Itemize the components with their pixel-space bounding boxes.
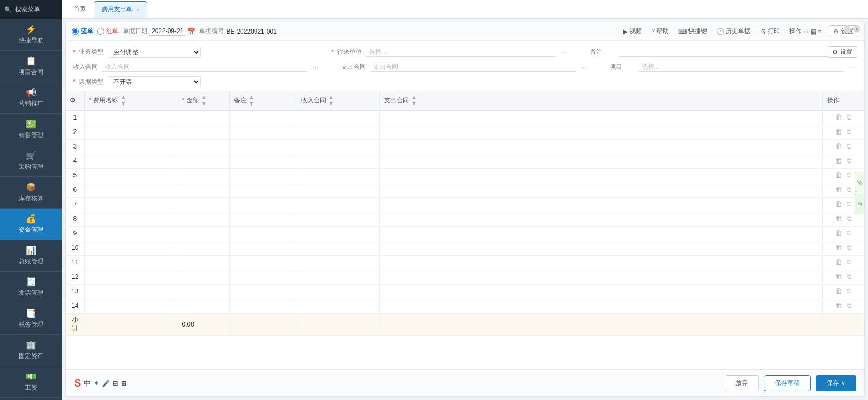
sidebar-item-purchase[interactable]: 🛒采购管理	[0, 145, 62, 177]
delete-row-button[interactable]: 🗑	[834, 200, 844, 209]
cell-amount[interactable]	[178, 168, 229, 183]
copy-row-button[interactable]: ⧉	[845, 229, 853, 238]
cell-amount[interactable]	[178, 110, 229, 125]
cell-amount[interactable]	[178, 212, 229, 226]
cell-remark[interactable]	[229, 197, 297, 212]
sidebar-search[interactable]: 🔍 搜索菜单	[0, 0, 62, 19]
sidebar-item-inventory[interactable]: 📦库存核算	[0, 177, 62, 209]
history-button[interactable]: 🕐 历史单据	[714, 26, 753, 37]
cell-remark[interactable]	[229, 270, 297, 284]
tab-expense-form[interactable]: 费用支出单 ×	[94, 1, 147, 18]
sidebar-item-accounting[interactable]: 📊总账管理	[0, 240, 62, 272]
cell-income-contract[interactable]	[297, 212, 379, 226]
cell-remark[interactable]	[229, 110, 297, 125]
sidebar-item-invoice[interactable]: 🧾发票管理	[0, 272, 62, 303]
cell-name[interactable]	[84, 168, 178, 183]
copy-row-button[interactable]: ⧉	[845, 214, 853, 224]
income-contract-dots[interactable]: ···	[311, 63, 321, 71]
cell-expense-contract[interactable]	[379, 183, 823, 197]
copy-row-button[interactable]: ⧉	[845, 243, 853, 253]
cell-income-contract[interactable]	[297, 183, 379, 197]
tab-close-icon[interactable]: ×	[137, 7, 140, 13]
cell-name[interactable]	[84, 212, 178, 226]
sort-arrows-name[interactable]: ▲▼	[120, 94, 126, 107]
cell-income-contract[interactable]	[297, 154, 379, 168]
cell-income-contract[interactable]	[297, 241, 379, 255]
sidebar-item-management[interactable]: 📈经营管理	[0, 398, 62, 400]
cell-income-contract[interactable]	[297, 197, 379, 212]
th-gear[interactable]: ⚙	[66, 91, 84, 110]
sort-arrows-expense[interactable]: ▲▼	[411, 94, 417, 107]
copy-row-button[interactable]: ⧉	[845, 142, 853, 151]
remark-input[interactable]	[619, 47, 828, 57]
cell-remark[interactable]	[229, 125, 297, 139]
cell-remark[interactable]	[229, 154, 297, 168]
delete-row-button[interactable]: 🗑	[834, 156, 844, 165]
cell-name[interactable]	[84, 110, 178, 125]
comment-tab-button[interactable]: ✉	[855, 194, 865, 214]
cell-expense-contract[interactable]	[379, 241, 823, 255]
sidebar-item-sales[interactable]: 💹销售管理	[0, 114, 62, 145]
cell-expense-contract[interactable]	[379, 212, 823, 226]
copy-row-button[interactable]: ⧉	[845, 287, 853, 296]
discard-button[interactable]: 放弃	[725, 375, 759, 391]
project-input[interactable]	[639, 62, 844, 72]
cell-remark[interactable]	[229, 241, 297, 255]
cell-remark[interactable]	[229, 183, 297, 197]
radio-red[interactable]	[97, 28, 104, 35]
delete-row-button[interactable]: 🗑	[834, 287, 844, 295]
cell-expense-contract[interactable]	[379, 110, 823, 125]
radio-blue[interactable]	[72, 28, 79, 35]
cell-income-contract[interactable]	[297, 226, 379, 241]
delete-row-button[interactable]: 🗑	[834, 142, 844, 151]
sort-arrows-income[interactable]: ▲▼	[328, 94, 334, 107]
close-button[interactable]: ×	[853, 25, 860, 33]
cell-income-contract[interactable]	[297, 110, 379, 125]
cell-name[interactable]	[84, 241, 178, 255]
invoice-type-select[interactable]: 不开票	[108, 76, 201, 87]
delete-row-button[interactable]: 🗑	[834, 171, 844, 180]
cell-name[interactable]	[84, 299, 178, 313]
cell-income-contract[interactable]	[297, 284, 379, 299]
copy-row-button[interactable]: ⧉	[845, 156, 853, 166]
calendar-icon[interactable]: 📅	[187, 28, 195, 35]
form-set-button[interactable]: ⚙ 设置	[828, 46, 857, 58]
expense-contract-dots[interactable]: ···	[579, 63, 589, 71]
action-button[interactable]: 操作 ‹ › ▦ ≡	[787, 26, 823, 37]
income-contract-input[interactable]	[102, 62, 307, 72]
cell-remark[interactable]	[229, 226, 297, 241]
delete-row-button[interactable]: 🗑	[834, 272, 844, 281]
cell-amount[interactable]	[178, 270, 229, 284]
cell-amount[interactable]	[178, 299, 229, 313]
cell-amount[interactable]	[178, 154, 229, 168]
partner-input[interactable]	[366, 47, 556, 57]
copy-row-button[interactable]: ⧉	[845, 258, 853, 267]
sort-arrows-remark[interactable]: ▲▼	[248, 94, 255, 107]
copy-row-button[interactable]: ⧉	[845, 127, 853, 137]
delete-row-button[interactable]: 🗑	[834, 243, 844, 252]
cell-income-contract[interactable]	[297, 139, 379, 154]
copy-row-button[interactable]: ⧉	[845, 200, 853, 209]
cell-income-contract[interactable]	[297, 270, 379, 284]
cell-expense-contract[interactable]	[379, 154, 823, 168]
delete-row-button[interactable]: 🗑	[834, 214, 844, 223]
cell-amount[interactable]	[178, 139, 229, 154]
delete-row-button[interactable]: 🗑	[834, 229, 844, 238]
cell-remark[interactable]	[229, 212, 297, 226]
cell-name[interactable]	[84, 139, 178, 154]
cell-expense-contract[interactable]	[379, 139, 823, 154]
sidebar-item-tax[interactable]: 📑税务管理	[0, 303, 62, 335]
sidebar-item-finance[interactable]: 💰资金管理	[0, 209, 62, 240]
sidebar-item-marketing[interactable]: 📢营销推广	[0, 82, 62, 114]
cell-amount[interactable]	[178, 183, 229, 197]
cell-income-contract[interactable]	[297, 168, 379, 183]
attach-tab-button[interactable]: 📎	[855, 172, 865, 192]
cell-remark[interactable]	[229, 255, 297, 270]
cell-name[interactable]	[84, 197, 178, 212]
cell-income-contract[interactable]	[297, 125, 379, 139]
delete-row-button[interactable]: 🗑	[834, 301, 844, 310]
cell-expense-contract[interactable]	[379, 255, 823, 270]
help-button[interactable]: ? 帮助	[649, 26, 671, 37]
copy-row-button[interactable]: ⧉	[845, 171, 853, 180]
date-value[interactable]: 2022-09-21	[150, 27, 185, 36]
